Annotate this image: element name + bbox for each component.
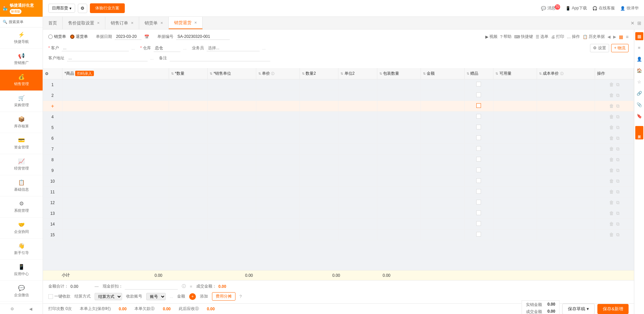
row-available-13[interactable]: [493, 208, 537, 219]
delete-row-4[interactable]: 🗑: [609, 114, 614, 119]
costprice-input-14[interactable]: [539, 222, 593, 227]
qty2-input-14[interactable]: [302, 222, 336, 227]
settlement-method-select[interactable]: 结算方式: [95, 293, 122, 300]
delete-row-13[interactable]: 🗑: [609, 210, 614, 216]
product-input-11[interactable]: [64, 190, 167, 194]
qty-input-5[interactable]: [171, 125, 206, 130]
salesunit-input-1[interactable]: [210, 82, 254, 87]
side-icon-list[interactable]: ≡: [635, 44, 643, 52]
row-amount-13[interactable]: [421, 208, 464, 219]
row-unit2-15[interactable]: [338, 230, 377, 240]
row-salesunit-8[interactable]: [208, 154, 256, 165]
costprice-input-4[interactable]: [539, 115, 593, 119]
row-available-10[interactable]: [493, 176, 537, 187]
row-costprice-6[interactable]: [537, 133, 595, 144]
sidebar-item-basics[interactable]: 📋 基础信息: [0, 175, 43, 196]
row-amount-3[interactable]: [421, 101, 464, 112]
product-input-13[interactable]: [64, 211, 167, 216]
row-pkgqty-15[interactable]: [377, 230, 421, 240]
save-new-button[interactable]: 保存&新增: [597, 304, 629, 314]
salesunit-input-9[interactable]: [210, 168, 254, 173]
delete-row-5[interactable]: 🗑: [609, 125, 614, 130]
sort-icon6[interactable]: ⇅: [379, 72, 382, 75]
unitprice-input-12[interactable]: [258, 200, 298, 205]
help-btn[interactable]: ? 帮助: [500, 34, 512, 40]
app-download-button[interactable]: 📱 App下载: [566, 5, 587, 11]
row-salesunit-13[interactable]: [208, 208, 256, 219]
row-unit2-3[interactable]: [338, 101, 377, 112]
available-input-4[interactable]: [495, 115, 535, 119]
product-input-7[interactable]: [64, 147, 167, 151]
available-input-12[interactable]: [495, 200, 535, 205]
th-settings[interactable]: ⚙: [43, 68, 62, 79]
list-view-icon[interactable]: ≡: [626, 34, 629, 40]
sidebar-item-appcenter[interactable]: 📱 应用中心: [0, 260, 43, 281]
available-input-14[interactable]: [495, 222, 535, 227]
row-gift-4[interactable]: [464, 112, 493, 122]
delete-row-12[interactable]: 🗑: [609, 200, 614, 205]
unit2-input-13[interactable]: [340, 211, 375, 216]
row-qty2-12[interactable]: [300, 197, 338, 208]
row-available-9[interactable]: [493, 165, 537, 176]
pkgqty-input-4[interactable]: [379, 115, 419, 119]
row-costprice-8[interactable]: [537, 154, 595, 165]
gift-checkbox-7[interactable]: [476, 146, 481, 151]
costprice-input-7[interactable]: [539, 147, 593, 151]
pkgqty-input-7[interactable]: [379, 147, 419, 151]
salesunit-input-13[interactable]: [210, 211, 254, 216]
row-unitprice-6[interactable]: [256, 133, 300, 144]
row-salesunit-12[interactable]: [208, 197, 256, 208]
unit2-input-7[interactable]: [340, 147, 375, 151]
delete-row-14[interactable]: 🗑: [609, 221, 614, 227]
sort-icon4[interactable]: ⇅: [302, 72, 305, 75]
delete-row-2[interactable]: 🗑: [609, 92, 614, 98]
operation-btn[interactable]: … 操作: [567, 34, 580, 40]
row-costprice-2[interactable]: [537, 90, 595, 101]
costprice-input-9[interactable]: [539, 168, 593, 173]
costprice-input-5[interactable]: [539, 125, 593, 130]
unit2-input-4[interactable]: [340, 115, 375, 119]
available-input-8[interactable]: [495, 158, 535, 162]
tab-home[interactable]: 首页: [43, 17, 63, 29]
product-input-6[interactable]: [64, 136, 167, 141]
add-payment-button[interactable]: +: [189, 293, 196, 300]
gift-checkbox-14[interactable]: [476, 221, 481, 226]
qty-input-2[interactable]: [171, 93, 206, 98]
history-btn[interactable]: 📋 历史单据: [583, 34, 605, 40]
pkgqty-input-1[interactable]: [379, 82, 419, 87]
costprice-input-13[interactable]: [539, 211, 593, 216]
radio-return[interactable]: 退货单: [70, 34, 88, 40]
row-qty-9[interactable]: [169, 165, 208, 176]
row-qty-12[interactable]: [169, 197, 208, 208]
row-qty2-3[interactable]: [300, 101, 338, 112]
row-unit2-2[interactable]: [338, 90, 377, 101]
user-profile-button[interactable]: 👤 徐泽华: [620, 5, 639, 11]
row-product-13[interactable]: [62, 208, 169, 219]
row-qty-6[interactable]: [169, 133, 208, 144]
gift-checkbox-12[interactable]: [476, 200, 481, 204]
qty-input-9[interactable]: [171, 168, 206, 173]
row-available-3[interactable]: [493, 101, 537, 112]
costprice-input-8[interactable]: [539, 158, 593, 162]
available-input-7[interactable]: [495, 147, 535, 151]
sort-icon9[interactable]: ⇅: [495, 72, 498, 75]
row-amount-11[interactable]: [421, 187, 464, 197]
qty-input-10[interactable]: [171, 179, 206, 184]
product-input-10[interactable]: [64, 179, 167, 184]
qty2-input-2[interactable]: [302, 93, 336, 98]
row-available-8[interactable]: [493, 154, 537, 165]
unit2-input-8[interactable]: [340, 158, 375, 162]
amount-input-11[interactable]: [423, 190, 462, 194]
product-input-2[interactable]: [64, 93, 167, 98]
copy-row-12[interactable]: ⧉: [616, 200, 620, 205]
amount-input-2[interactable]: [423, 93, 462, 98]
side-icon-home[interactable]: 🏠: [635, 66, 643, 74]
costprice-input-11[interactable]: [539, 190, 593, 194]
delete-row-8[interactable]: 🗑: [609, 157, 614, 162]
row-qty2-2[interactable]: [300, 90, 338, 101]
side-icon-attachment[interactable]: 📎: [635, 101, 643, 109]
row-unit2-9[interactable]: [338, 165, 377, 176]
salesunit-input-14[interactable]: [210, 222, 254, 227]
address-select-btn[interactable]: ...: [150, 56, 154, 61]
next-record-icon[interactable]: ▶: [613, 35, 616, 39]
